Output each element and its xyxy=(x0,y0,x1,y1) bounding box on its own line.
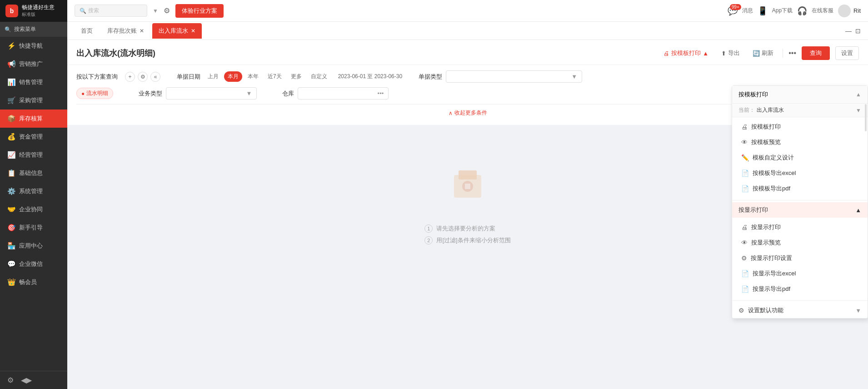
dropdown-divider-2 xyxy=(732,300,868,301)
dropdown-item-display-excel[interactable]: 📄 按显示导出excel xyxy=(732,266,868,281)
display-excel-label: 按显示导出excel xyxy=(753,269,796,278)
app-name: 畅捷通好生意 xyxy=(22,4,55,11)
add-filter-btn[interactable]: + xyxy=(125,72,135,82)
message-btn[interactable]: 💬 99+ xyxy=(728,6,738,16)
sidebar-item-operation[interactable]: 📈 经营管理 xyxy=(0,146,67,164)
sidebar-item-marketing[interactable]: 📢 营销推广 xyxy=(0,55,67,73)
topbar-search-dropdown[interactable]: ▼ xyxy=(153,8,158,14)
print-template-btn[interactable]: 🖨 按模板打印 ▲ xyxy=(660,47,712,59)
sidebar-item-quick-nav[interactable]: ⚡ 快捷导航 xyxy=(0,37,67,55)
doc-type-filter: 单据类型 ▼ xyxy=(419,70,582,83)
tab-minimize-icon[interactable]: — xyxy=(845,27,852,35)
hint-item-1: 1 请先选择要分析的方案 xyxy=(424,224,510,233)
tab-batch-account[interactable]: 库存批次账 ✕ xyxy=(101,23,150,39)
empty-icon xyxy=(445,161,490,215)
collapse-filter-btn[interactable]: « xyxy=(150,72,160,82)
settings-filter-btn[interactable]: ⚙ xyxy=(138,72,148,82)
tab-home[interactable]: 首页 xyxy=(75,23,99,39)
collapse-icon[interactable]: ◀▶ xyxy=(21,376,32,384)
sidebar-item-label: 企业微信 xyxy=(19,260,43,268)
date-tab-thismonth[interactable]: 本月 xyxy=(224,71,242,82)
query-button[interactable]: 查询 xyxy=(802,46,830,60)
setting-button[interactable]: 设置 xyxy=(835,46,859,60)
flow-detail-tag[interactable]: ● 流水明细 xyxy=(76,88,113,99)
warehouse-select[interactable]: ••• xyxy=(298,87,389,100)
display-print-icon: 🖨 xyxy=(741,224,748,231)
date-tab-7days[interactable]: 近7天 xyxy=(264,71,285,82)
dropdown-scrollbar[interactable] xyxy=(865,104,867,131)
biz-type-select[interactable]: ▼ xyxy=(166,87,257,100)
empty-hints: 1 请先选择要分析的方案 2 用[过滤]条件来缩小分析范围 xyxy=(424,224,510,244)
sidebar-item-sales[interactable]: 📊 销售管理 xyxy=(0,73,67,91)
current-template-row: 当前： 出入库流水 ▼ xyxy=(732,104,868,117)
sidebar-item-enterprise[interactable]: 🤝 企业协同 xyxy=(0,200,67,219)
sidebar-item-purchase[interactable]: 🛒 采购管理 xyxy=(0,91,67,110)
sidebar-item-wechat[interactable]: 💬 企业微信 xyxy=(0,255,67,273)
tab-maximize-icon[interactable]: ⊡ xyxy=(855,27,861,35)
sidebar-item-finance[interactable]: 💰 资金管理 xyxy=(0,128,67,146)
sidebar-item-apps[interactable]: 🏪 应用中心 xyxy=(0,237,67,255)
online-service-label[interactable]: 在线客服 xyxy=(812,7,833,15)
date-tab-more[interactable]: 更多 xyxy=(287,71,305,82)
collapse-arrow: ∧ xyxy=(449,110,453,116)
sidebar-search[interactable]: 🔍 搜索菜单 xyxy=(0,22,67,37)
print-dropdown-header[interactable]: 按模板打印 ▲ xyxy=(732,86,868,104)
dropdown-item-template-custom[interactable]: ✏️ 模板自定义设计 xyxy=(732,150,868,165)
service-icon: 🎧 xyxy=(797,6,807,16)
dropdown-item-display-preview[interactable]: 👁 按显示预览 xyxy=(732,235,868,250)
quick-nav-icon: ⚡ xyxy=(7,42,15,50)
sidebar-item-label: 基础信息 xyxy=(19,169,43,177)
sidebar-item-inventory[interactable]: 📦 库存核算 xyxy=(0,110,67,128)
display-print-header[interactable]: 按显示打印 ▲ xyxy=(732,202,868,218)
doc-type-label: 单据类型 xyxy=(419,73,442,81)
svg-rect-1 xyxy=(459,170,477,180)
date-tab-custom[interactable]: 自定义 xyxy=(307,71,331,82)
sidebar-item-label: 快捷导航 xyxy=(19,42,43,50)
app-version: 标准版 xyxy=(22,11,55,18)
sidebar-item-system[interactable]: ⚙️ 系统管理 xyxy=(0,182,67,200)
date-tab-lastmonth[interactable]: 上月 xyxy=(204,71,222,82)
sidebar-item-guide[interactable]: 🎯 新手引导 xyxy=(0,219,67,237)
tab-flow[interactable]: 出入库流水 ✕ xyxy=(152,23,202,39)
enterprise-icon: 🤝 xyxy=(7,205,15,214)
purchase-icon: 🛒 xyxy=(7,96,15,105)
user-name: Rit xyxy=(853,7,861,14)
refresh-btn[interactable]: 🔄 刷新 xyxy=(749,47,777,59)
guide-icon: 🎯 xyxy=(7,224,15,232)
collapse-btn[interactable]: ∧ 收起更多条件 xyxy=(439,106,496,120)
sidebar-item-basic[interactable]: 📋 基础信息 xyxy=(0,164,67,182)
tab-bar: 首页 库存批次账 ✕ 出入库流水 ✕ — ⊡ xyxy=(67,22,868,40)
topbar-setting-icon[interactable]: ⚙ xyxy=(164,6,170,15)
biz-type-filter: 业务类型 ▼ xyxy=(139,87,257,100)
app-download-label[interactable]: App下载 xyxy=(772,7,793,15)
display-preview-icon: 👁 xyxy=(741,239,748,246)
settings-icon[interactable]: ⚙ xyxy=(7,376,14,384)
tab-flow-close[interactable]: ✕ xyxy=(191,28,195,34)
tab-batch-close[interactable]: ✕ xyxy=(140,28,144,34)
hint-text-1: 请先选择要分析的方案 xyxy=(436,224,495,233)
refresh-label: 刷新 xyxy=(762,49,773,57)
doc-type-select[interactable]: ▼ xyxy=(446,70,582,83)
dropdown-item-display-print[interactable]: 🖨 按显示打印 xyxy=(732,219,868,235)
template-print-icon: 🖨 xyxy=(741,123,748,130)
inventory-icon: 📦 xyxy=(7,115,15,123)
export-btn[interactable]: ⬆ 导出 xyxy=(718,47,743,59)
dropdown-item-template-preview[interactable]: 👁 按模板预览 xyxy=(732,135,868,150)
logo-icon: b xyxy=(5,5,18,17)
user-avatar xyxy=(838,5,851,17)
dropdown-item-default-setting[interactable]: ⚙ 设置默认功能 ▼ xyxy=(732,303,868,318)
display-pdf-icon: 📄 xyxy=(741,285,749,293)
sidebar-item-member[interactable]: 👑 畅会员 xyxy=(0,273,67,291)
dropdown-item-template-pdf[interactable]: 📄 按模板导出pdf xyxy=(732,181,868,196)
dropdown-item-display-settings[interactable]: ⚙ 按显示打印设置 xyxy=(732,250,868,266)
date-tab-thisyear[interactable]: 本年 xyxy=(244,71,262,82)
ellipsis-btn[interactable]: ••• xyxy=(788,49,796,57)
dropdown-item-template-excel[interactable]: 📄 按模板导出excel xyxy=(732,165,868,181)
display-items: 🖨 按显示打印 👁 按显示预览 ⚙ 按显示打印设置 📄 按显示导出excel 📄 xyxy=(732,218,868,299)
user-profile[interactable]: Rit xyxy=(838,5,861,17)
tab-home-label: 首页 xyxy=(81,27,93,35)
industry-button[interactable]: 体验行业方案 xyxy=(175,4,224,18)
topbar-search-box[interactable]: 🔍 搜索 xyxy=(75,5,147,17)
dropdown-item-template-print[interactable]: 🖨 按模板打印 xyxy=(732,119,868,135)
dropdown-item-display-pdf[interactable]: 📄 按显示导出pdf xyxy=(732,281,868,297)
